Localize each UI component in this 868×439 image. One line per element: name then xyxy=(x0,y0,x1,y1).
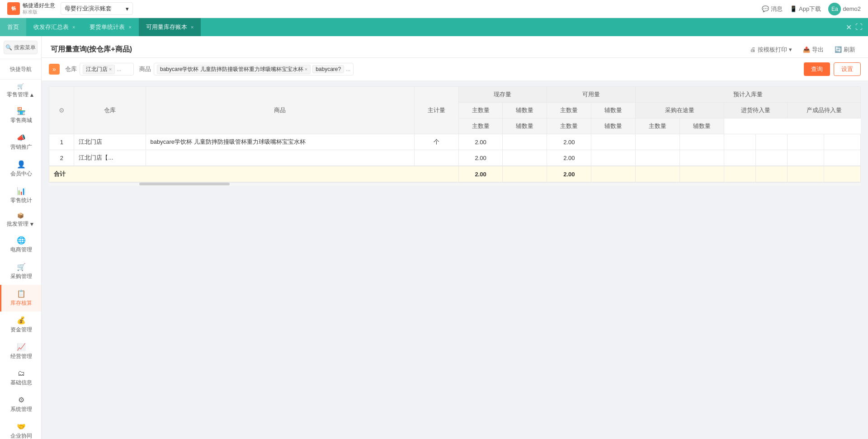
tab-order-stats-close[interactable]: × xyxy=(128,24,131,30)
footer-available-main: 2.00 xyxy=(547,166,591,182)
warehouse-tag-container[interactable]: 江北门店 × ... xyxy=(80,63,134,76)
sidebar-item-purchase[interactable]: 🛒 采购管理 xyxy=(0,258,41,285)
tab-home[interactable]: 首页 xyxy=(0,18,26,36)
data-table: ⚙ 仓库 商品 主计量 现存量 xyxy=(49,86,861,182)
sidebar-item-retail-stats[interactable]: 📊 零售统计 xyxy=(0,182,41,209)
product-label: 商品 xyxy=(139,65,151,73)
col-production-group: 产成品待入量 xyxy=(788,103,861,118)
horizontal-scrollbar[interactable] xyxy=(49,182,861,186)
row1-unit: 个 xyxy=(414,134,458,150)
brand-name: 畅捷通好生意 xyxy=(23,2,55,9)
row1-import-main xyxy=(724,134,756,150)
brand-icon: 畅 xyxy=(7,2,20,15)
brand-sub: 标准版 xyxy=(23,9,55,15)
table-row: 2 江北门店【... 2.00 2.00 xyxy=(49,150,861,166)
industry-selector[interactable]: 母婴行业演示账套 ▾ xyxy=(61,2,133,15)
row2-stock-main: 2.00 xyxy=(458,150,503,166)
ecommerce-icon: 🌐 xyxy=(17,236,26,245)
tab-order-stats-label: 要货单统计表 xyxy=(90,23,125,31)
table-area: ⚙ 仓库 商品 主计量 现存量 xyxy=(42,81,868,439)
sidebar-menu: 🛒 零售管理 ▲ 🏪 零售商城 📣 营销推广 👤 会员中心 📊 零售统计 xyxy=(0,80,41,439)
retail-mall-icon: 🏪 xyxy=(17,107,26,115)
refresh-button[interactable]: 🔄 刷新 xyxy=(831,44,859,56)
row1-available-main: 2.00 xyxy=(547,134,591,150)
col-purchase-aux: 辅数量 xyxy=(503,118,547,134)
enterprise-icon: 🤝 xyxy=(17,422,26,431)
tab-available-stock[interactable]: 可用量库存账本 × xyxy=(139,18,201,36)
row1-production-aux xyxy=(824,134,861,150)
top-bar-left: 畅 畅捷通好生意 标准版 母婴行业演示账套 ▾ xyxy=(7,2,133,15)
row2-product xyxy=(146,150,414,166)
sidebar-item-retail-mall[interactable]: 🏪 零售商城 xyxy=(0,102,41,129)
tab-summary-close[interactable]: × xyxy=(72,24,75,30)
product-tag-container[interactable]: babycare学饮杯 儿童防摔防撞吸管杯重力球吸嘴杯宝宝水杯 × babyca… xyxy=(154,63,354,76)
marketing-icon: 📣 xyxy=(17,133,26,142)
product-tag-close[interactable]: × xyxy=(305,66,307,72)
footer-available-aux xyxy=(591,166,636,182)
sidebar-item-retail-mgmt[interactable]: 🛒 零售管理 ▲ xyxy=(0,80,41,102)
sidebar-item-member[interactable]: 👤 会员中心 xyxy=(0,156,41,182)
query-button[interactable]: 查询 xyxy=(804,62,830,76)
sidebar: 🔍 搜索菜单 快捷导航 🛒 零售管理 ▲ 🏪 零售商城 📣 xyxy=(0,36,42,439)
message-action[interactable]: 💬 消息 xyxy=(762,5,783,13)
footer-stock-aux xyxy=(503,166,547,182)
sidebar-item-finance[interactable]: 💰 资金管理 xyxy=(0,312,41,338)
tab-home-label: 首页 xyxy=(7,23,19,31)
sidebar-item-basics[interactable]: 🗂 基础信息 xyxy=(0,365,41,391)
industry-label: 母婴行业演示账套 xyxy=(65,5,112,13)
table-footer-row: 合计 2.00 2.00 xyxy=(49,166,861,182)
table-row: 1 江北门店 babycare学饮杯 儿童防摔防撞吸管杯重力球吸嘴杯宝宝水杯 个… xyxy=(49,134,861,150)
row2-production-aux xyxy=(824,150,861,166)
row1-num: 1 xyxy=(49,134,74,150)
row2-unit xyxy=(414,150,458,166)
col-available-main-qty: 主数量 xyxy=(547,103,591,118)
filter-area: » 仓库 江北门店 × ... 商品 babycare学饮杯 儿童防摔防撞吸管杯… xyxy=(42,58,868,81)
tab-summary-label: 收发存汇总表 xyxy=(33,23,69,31)
expand-icon[interactable]: ⛶ xyxy=(855,23,863,31)
footer-stock-main: 2.00 xyxy=(458,166,503,182)
nav-tabs-right: ✕ ⛶ xyxy=(846,23,868,32)
expand-filter-button[interactable]: » xyxy=(49,64,60,75)
tab-available-stock-label: 可用量库存账本 xyxy=(146,23,187,31)
close-all-tabs-icon[interactable]: ✕ xyxy=(846,23,852,32)
warehouse-tag-close[interactable]: × xyxy=(109,66,112,72)
sidebar-item-wholesale-mgmt[interactable]: 📦 批发管理 ▼ xyxy=(0,209,41,231)
settings-button[interactable]: 设置 xyxy=(834,62,861,76)
product-tag-babycare: babycare学饮杯 儿童防摔防撞吸管杯重力球吸嘴杯宝宝水杯 × xyxy=(157,65,311,74)
table-scroll: ⚙ 仓库 商品 主计量 现存量 xyxy=(49,86,861,182)
col-import-main: 主数量 xyxy=(547,118,591,134)
sidebar-item-business[interactable]: 📈 经营管理 xyxy=(0,338,41,365)
sidebar-item-ecommerce[interactable]: 🌐 电商管理 xyxy=(0,231,41,258)
row1-stock-main: 2.00 xyxy=(458,134,503,150)
footer-production-main xyxy=(788,166,824,182)
row2-num: 2 xyxy=(49,150,74,166)
footer-purchase-main xyxy=(636,166,680,182)
nav-tabs-bar: 首页 收发存汇总表 × 要货单统计表 × 可用量库存账本 × ✕ ⛶ xyxy=(0,18,868,36)
search-menu-button[interactable]: 🔍 搜索菜单 xyxy=(4,41,38,54)
tab-available-stock-close[interactable]: × xyxy=(191,24,193,30)
sidebar-item-enterprise[interactable]: 🤝 企业协同 xyxy=(0,418,41,439)
row1-product: babycare学饮杯 儿童防摔防撞吸管杯重力球吸嘴杯宝宝水杯 xyxy=(146,134,414,150)
system-icon: ⚙ xyxy=(18,396,24,404)
col-production-aux: 辅数量 xyxy=(680,118,724,134)
col-stock-main-qty: 主数量 xyxy=(458,103,503,118)
sidebar-item-quicknav[interactable]: 快捷导航 xyxy=(0,62,41,76)
sidebar-item-marketing[interactable]: 📣 营销推广 xyxy=(0,129,41,156)
product-more[interactable]: ... xyxy=(346,66,350,72)
scroll-thumb[interactable] xyxy=(139,183,230,185)
sidebar-item-system[interactable]: ⚙ 系统管理 xyxy=(0,391,41,418)
basics-icon: 🗂 xyxy=(18,369,25,378)
col-import-aux: 辅数量 xyxy=(591,118,636,134)
warehouse-filter: 仓库 江北门店 × ... xyxy=(65,63,134,76)
print-template-button[interactable]: 🖨 按模板打印 ▾ xyxy=(746,44,796,56)
export-button[interactable]: 📤 导出 xyxy=(799,44,827,56)
user-profile[interactable]: Ea demo2 xyxy=(828,3,861,15)
warehouse-more[interactable]: ... xyxy=(117,66,121,72)
app-download-action[interactable]: 📱 App下载 xyxy=(790,5,821,13)
tab-summary[interactable]: 收发存汇总表 × xyxy=(26,18,82,36)
print-icon: 🖨 xyxy=(750,46,756,53)
sidebar-item-inventory[interactable]: 📋 库存核算 xyxy=(0,285,41,312)
col-settings[interactable]: ⚙ xyxy=(49,87,74,134)
tab-order-stats[interactable]: 要货单统计表 × xyxy=(82,18,138,36)
top-bar-right: 💬 消息 📱 App下载 Ea demo2 xyxy=(762,3,861,15)
